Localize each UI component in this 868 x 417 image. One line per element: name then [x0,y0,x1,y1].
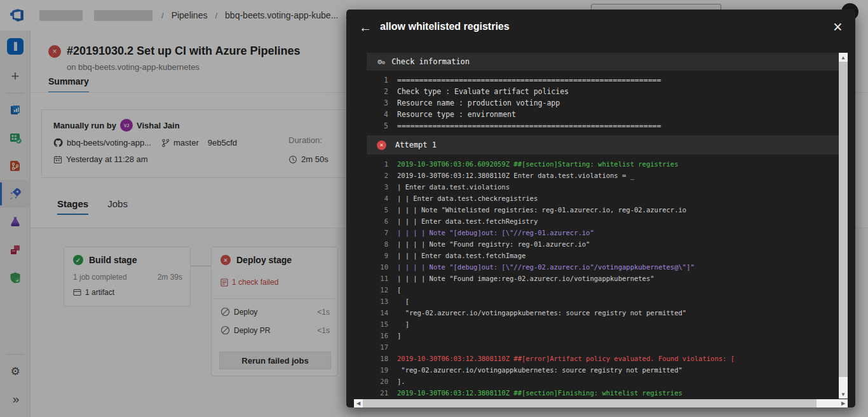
log-line: 15 ] [367,318,848,330]
check-information-label: Check information [391,57,470,66]
log-line-text: 2019-10-30T06:03:12.3808110Z ##[section]… [397,389,682,397]
scroll-down-icon[interactable]: ▼ [839,390,848,399]
log-line-text: ] [397,320,409,328]
horizontal-scrollbar-thumb[interactable] [363,399,817,407]
log-line: 20]. [367,376,848,387]
log-line-text: ] [397,332,401,339]
log-line-text: | | | Enter data.test.fetchRegistry [397,217,538,225]
log-line-number: 12 [372,286,388,294]
log-line: 182019-10-30T06:03:12.3808110Z ##[error]… [367,353,848,364]
log-line-text: ========================================… [397,76,661,85]
log-line: 10| | | | Note "[debug]out: [\"//reg-02.… [367,261,848,273]
attempt-header[interactable]: × Attempt 1 [367,135,848,154]
log-line: 1=======================================… [367,74,848,86]
log-line-text: | | | Enter data.test.fetchImage [397,252,526,259]
log-line-text: | Enter data.test.violations [397,183,510,191]
log-line: 7| | | | Note "[debug]out: [\"//reg-01.a… [367,227,848,238]
log-line: 2Check type : Evaluate artifact policies [367,86,848,97]
log-line-number: 10 [372,263,388,271]
log-line-number: 3 [372,183,388,191]
log-line-text: "reg-02.azurecr.io/votingappkubernetes: … [397,309,686,317]
check-configuration-icon: ⚙⚙ [377,57,382,66]
log-line-number: 8 [372,240,388,248]
check-information-log: 1=======================================… [367,71,848,133]
scroll-up-icon[interactable]: ▲ [839,53,848,62]
log-line-text: ]. [397,378,405,385]
scroll-right-icon[interactable]: ▶ [839,399,848,407]
log-line-number: 4 [372,110,388,119]
back-icon[interactable]: ← [359,20,372,35]
log-line: 12[ [367,284,848,296]
log-line: 14 "reg-02.azurecr.io/votingappkubernete… [367,307,848,318]
log-viewer: ⚙⚙ Check information 1==================… [367,53,848,399]
log-line: 5| | | Note "Whitelisted registries: reg… [367,204,848,215]
log-line-number: 14 [372,309,388,317]
vertical-scrollbar[interactable]: ▲ ▼ [839,53,848,399]
log-line-text: | | | | Note "Found registry: reg-01.azu… [397,240,590,248]
log-line-number: 19 [372,366,388,374]
log-line-text: ========================================… [397,121,661,130]
check-logs-panel: ← allow whitelisted registries × ⚙⚙ Chec… [346,10,855,407]
log-line: 8| | | | Note "Found registry: reg-01.az… [367,238,848,250]
attempt-label: Attempt 1 [395,140,437,149]
log-line-text: | | | Note "Whitelisted registries: reg-… [397,206,686,214]
attempt-log: 12019-10-30T06:03:06.6092059Z ##[section… [367,154,848,400]
log-line: 3| Enter data.test.violations [367,181,848,193]
log-line-number: 1 [372,76,388,85]
log-line-number: 9 [372,252,388,259]
log-line: 6| | | Enter data.test.fetchRegistry [367,215,848,227]
log-line-text: Check type : Evaluate artifact policies [397,87,569,96]
log-line: 19 "reg-02.azurecr.io/votingappkubernete… [367,364,848,376]
log-line: 3Resource name : production voting-app [367,97,848,109]
log-line-text: | | | | Note "Found image:reg-02.azurecr… [397,275,654,282]
log-line-number: 2 [372,87,388,96]
log-line-text: "reg-02.azurecr.io/votingappkubernetes: … [397,366,682,374]
log-line-text: | | | | Note "[debug]out: [\"//reg-01.az… [397,229,594,236]
page: / Pipelines / bbq-beets.voting-app-kube.… [0,0,868,417]
log-line-number: 11 [372,275,388,282]
log-line-number: 13 [372,297,388,305]
log-line-text: Resource type : environment [397,110,516,119]
check-information-header[interactable]: ⚙⚙ Check information [367,53,848,71]
log-line: 4Resource type : environment [367,109,848,120]
log-line: 5=======================================… [367,120,848,132]
log-line: 12019-10-30T06:03:06.6092059Z ##[section… [367,158,848,170]
close-icon[interactable]: × [833,18,843,36]
log-line-text: [ [397,297,409,305]
log-line-number: 5 [372,121,388,130]
log-line-number: 1 [372,160,388,168]
log-line-text: 2019-10-30T06:03:12.3808110Z Enter data.… [397,172,634,179]
panel-title: allow whitelisted registries [380,21,510,32]
log-line: 13 [ [367,296,848,307]
log-line-number: 7 [372,229,388,236]
attempt-failed-icon: × [377,140,386,150]
horizontal-scrollbar[interactable]: ◀ ▶ [354,399,848,407]
log-line-number: 6 [372,217,388,225]
log-line-number: 15 [372,320,388,328]
log-line-text: [ [397,286,401,294]
log-line-text: | | | | Note "[debug]out: [\"//reg-02.az… [397,263,695,271]
log-line: 16] [367,330,848,341]
log-line-text: 2019-10-30T06:03:06.6092059Z ##[section]… [397,160,679,168]
log-line-number: 4 [372,195,388,202]
log-line-text: 2019-10-30T06:03:12.3808110Z ##[error]Ar… [397,355,735,362]
log-line-number: 21 [372,389,388,397]
log-line-number: 5 [372,206,388,214]
log-line-number: 16 [372,332,388,339]
log-line: 17 [367,341,848,353]
log-line-number: 3 [372,99,388,107]
log-line: 22019-10-30T06:03:12.3808110Z Enter data… [367,170,848,181]
log-line-text: | | Enter data.test.checkregistries [397,195,538,202]
log-line: 9| | | Enter data.test.fetchImage [367,250,848,261]
log-line: 11| | | | Note "Found image:reg-02.azure… [367,273,848,284]
scroll-left-icon[interactable]: ◀ [354,399,363,407]
vertical-scrollbar-thumb[interactable] [839,62,848,377]
log-line-number: 18 [372,355,388,362]
log-line-text: Resource name : production voting-app [397,99,560,107]
log-line-number: 2 [372,172,388,179]
log-line: 212019-10-30T06:03:12.3808110Z ##[sectio… [367,387,848,399]
log-line: 4| | Enter data.test.checkregistries [367,193,848,204]
log-line-number: 17 [372,343,388,351]
log-line-number: 20 [372,378,388,385]
